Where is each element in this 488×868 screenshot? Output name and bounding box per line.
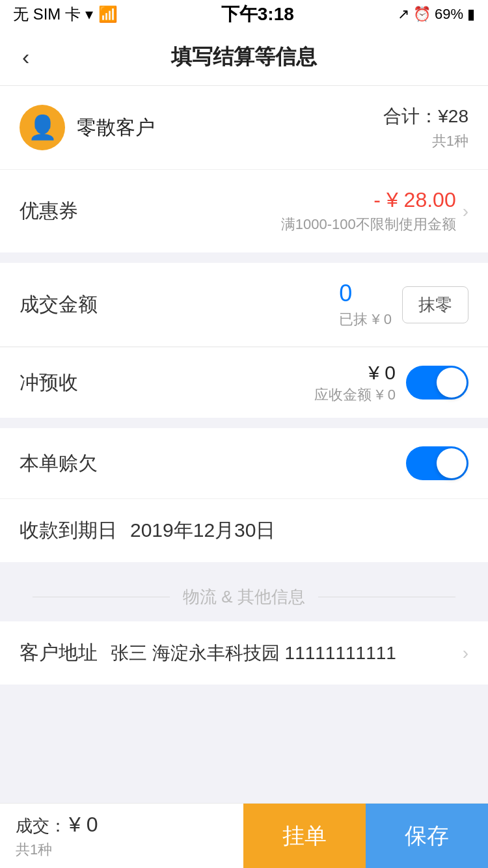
wifi-icon: 📶	[98, 5, 118, 23]
due-date-row: 收款到期日 2019年12月30日	[0, 498, 488, 562]
address-label: 客户地址	[20, 640, 98, 666]
status-bar: 无 SIM 卡 ▾ 📶 下午3:18 ↗ ⏰ 69% ▮	[0, 0, 488, 29]
debt-row: 本单赊欠	[0, 428, 488, 498]
coupon-amount: - ¥ 28.00	[281, 188, 456, 212]
prepay-left: 冲预收	[20, 370, 78, 396]
address-card: 客户地址 张三 海淀永丰科技园 11111111111 ›	[0, 621, 488, 685]
footer-count: 共1种	[16, 840, 228, 860]
address-row[interactable]: 客户地址 张三 海淀永丰科技园 11111111111 ›	[0, 621, 488, 685]
footer-deal-label: 成交：	[16, 815, 66, 837]
status-left: 无 SIM 卡 ▾ 📶	[13, 4, 118, 25]
sim-label: 无 SIM 卡 ▾	[13, 4, 93, 25]
customer-card: 👤 零散客户 合计：¥28 共1种 优惠券 - ¥ 28.00 满1000-10…	[0, 86, 488, 252]
page-title: 填写结算等信息	[171, 43, 317, 72]
prepay-toggle[interactable]	[406, 366, 468, 400]
due-date-value: 2019年12月30日	[130, 517, 275, 544]
deal-amount-sub: 已抹 ¥ 0	[339, 310, 392, 329]
avatar: 👤	[20, 105, 65, 150]
address-chevron-icon: ›	[463, 643, 468, 664]
customer-summary: 合计：¥28 共1种	[383, 104, 468, 151]
prepay-label: 冲预收	[20, 370, 78, 396]
save-button[interactable]: 保存	[366, 804, 488, 869]
chevron-right-icon: ›	[463, 201, 468, 222]
coupon-label: 优惠券	[20, 198, 78, 224]
divider-left	[33, 597, 170, 597]
coupon-right: - ¥ 28.00 满1000-100不限制使用金额 ›	[281, 188, 468, 234]
debt-toggle[interactable]	[406, 446, 468, 480]
status-time: 下午3:18	[221, 2, 294, 27]
total-amount: 合计：¥28	[383, 104, 468, 129]
status-right: ↗ ⏰ 69% ▮	[398, 6, 475, 23]
footer-deal-amount: ¥ 0	[69, 813, 98, 837]
avatar-icon: 👤	[28, 114, 57, 141]
footer-deal-line: 成交： ¥ 0	[16, 813, 228, 837]
deal-amount-info: 0 已抹 ¥ 0	[339, 280, 392, 329]
logistics-label: 物流 & 其他信息	[183, 586, 305, 608]
coupon-desc: 满1000-100不限制使用金额	[281, 215, 456, 234]
battery-label: 69%	[435, 6, 463, 23]
prepay-amount: ¥ 0	[314, 362, 396, 384]
battery-icon: ▮	[467, 6, 475, 23]
content-area: 👤 零散客户 合计：¥28 共1种 优惠券 - ¥ 28.00 满1000-10…	[0, 86, 488, 825]
debt-section: 本单赊欠 收款到期日 2019年12月30日	[0, 428, 488, 562]
footer-info: 成交： ¥ 0 共1种	[0, 813, 243, 860]
prepay-row: 冲预收 ¥ 0 应收金额 ¥ 0	[0, 347, 488, 418]
coupon-row[interactable]: 优惠券 - ¥ 28.00 满1000-100不限制使用金额 ›	[0, 169, 488, 252]
coupon-info: - ¥ 28.00 满1000-100不限制使用金额	[281, 188, 456, 234]
deal-amount-right: 0 已抹 ¥ 0 抹零	[339, 280, 468, 329]
customer-name: 零散客户	[77, 115, 155, 141]
back-button[interactable]: ‹	[16, 38, 36, 76]
due-date-label: 收款到期日	[20, 517, 117, 544]
logistics-section-label: 物流 & 其他信息	[0, 573, 488, 621]
deal-amount-value: 0	[339, 280, 392, 307]
footer: 成交： ¥ 0 共1种 挂单 保存	[0, 803, 488, 868]
deal-section: 成交金额 0 已抹 ¥ 0 抹零 冲预收 ¥ 0 应收金额 ¥ 0	[0, 263, 488, 418]
prepay-sub: 应收金额 ¥ 0	[314, 385, 396, 405]
deal-amount-label: 成交金额	[20, 292, 98, 318]
prepay-right: ¥ 0 应收金额 ¥ 0	[314, 360, 468, 405]
debt-label: 本单赊欠	[20, 450, 98, 477]
divider-right	[318, 597, 455, 597]
customer-left: 👤 零散客户	[20, 105, 155, 150]
address-value: 张三 海淀永丰科技园 11111111111	[111, 641, 463, 666]
prepay-info: ¥ 0 应收金额 ¥ 0	[314, 360, 396, 405]
customer-row: 👤 零散客户 合计：¥28 共1种	[0, 86, 488, 169]
round-off-button[interactable]: 抹零	[402, 286, 468, 323]
total-count: 共1种	[383, 131, 468, 151]
toggle-knob	[437, 368, 467, 398]
location-icon: ↗	[398, 6, 409, 23]
nav-bar: ‹ 填写结算等信息	[0, 29, 488, 86]
deal-amount-row: 成交金额 0 已抹 ¥ 0 抹零	[0, 263, 488, 347]
alarm-icon: ⏰	[413, 6, 431, 23]
hold-button[interactable]: 挂单	[243, 804, 366, 869]
debt-toggle-knob	[437, 448, 467, 478]
